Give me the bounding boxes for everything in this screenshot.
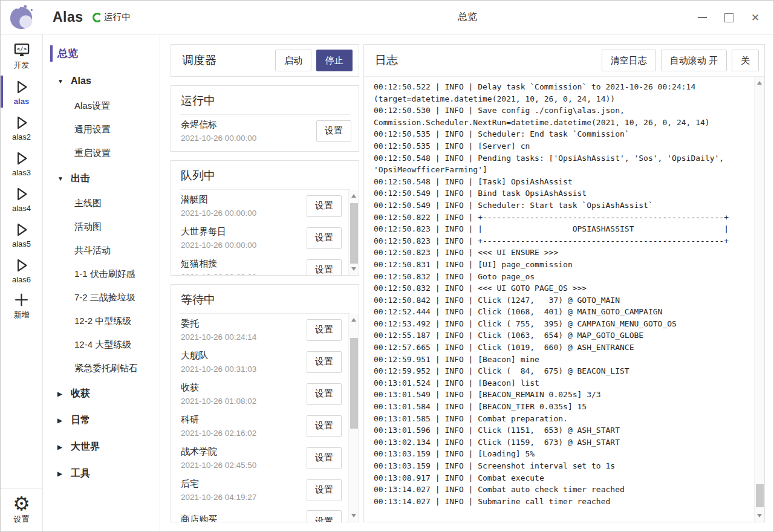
rail-item[interactable]: </> alas — [1, 74, 43, 109]
rail-item[interactable]: </> alas4 — [1, 181, 43, 216]
menu-row[interactable]: Alas设置 — [43, 94, 160, 118]
task-settings-button[interactable]: 设置 — [307, 415, 342, 437]
task-settings-button[interactable]: 设置 — [307, 383, 342, 405]
scheduler-title: 调度器 — [182, 53, 275, 68]
rail-item[interactable]: </> alas5 — [1, 216, 43, 252]
autoscroll-toggle-button[interactable]: 自动滚动 开 — [661, 50, 727, 71]
close-button[interactable]: ✕ — [742, 1, 769, 34]
task-menu-sidebar: 总览 ▼ Alas Alas设置 通用设置 — [43, 34, 160, 532]
caret-icon: ▼ — [57, 175, 71, 182]
menu-row[interactable]: 共斗活动 — [43, 239, 160, 262]
menu-row[interactable]: ▶ 日常 — [43, 407, 160, 433]
play-icon — [13, 78, 30, 96]
task-row: 战术学院 2021-10-26 02:45:50 设置 — [171, 442, 359, 474]
rail-item[interactable]: </> 开发 — [1, 38, 43, 74]
menu-row[interactable]: 12-4 大型练级 — [43, 333, 160, 357]
task-name: 商店购买 — [181, 514, 307, 522]
scroll-up-arrow-icon[interactable] — [351, 318, 356, 322]
maximize-button[interactable] — [715, 1, 742, 34]
app-name: Alas — [53, 9, 83, 25]
task-settings-button[interactable]: 设置 — [316, 120, 351, 142]
task-settings-button[interactable]: 设置 — [307, 319, 342, 341]
scrollbar-thumb[interactable] — [756, 484, 764, 507]
task-row: 科研 2021-10-26 02:16:02 设置 — [171, 410, 359, 442]
task-settings-button[interactable]: 设置 — [307, 510, 342, 522]
waiting-scrollbar[interactable] — [348, 314, 359, 522]
log-line: 00:13:01.549 | INFO | [BEACON_REMAIN 0.0… — [374, 389, 749, 401]
task-row: 短猫相接 2021-10-26 00:00:00 设置 — [171, 254, 359, 275]
menu-row[interactable]: 7-2 三战捡垃圾 — [43, 286, 160, 310]
menu-row[interactable]: 1-1 伏击刷好感 — [43, 262, 160, 286]
task-name: 后宅 — [181, 478, 307, 490]
task-next-run-time: 2021-10-26 00:00:00 — [181, 273, 307, 275]
menu-row[interactable]: 主线图 — [43, 192, 160, 215]
menu-row[interactable]: 通用设置 — [43, 118, 160, 141]
task-name: 潜艇图 — [181, 194, 307, 206]
task-settings-button[interactable]: 设置 — [307, 259, 342, 276]
menu-row[interactable]: 活动图 — [43, 215, 160, 239]
log-line: 00:12:50.822 | INFO | +-----------------… — [374, 212, 749, 224]
svg-text:</>: </> — [17, 46, 27, 52]
play-icon — [13, 221, 30, 239]
rail-item[interactable]: </> alas6 — [1, 252, 43, 288]
task-name: 余烬信标 — [181, 119, 316, 131]
log-off-button[interactable]: 关 — [732, 50, 759, 71]
rail-item[interactable]: </> alas3 — [1, 145, 43, 181]
task-settings-button[interactable]: 设置 — [307, 351, 342, 373]
scheduler-start-button[interactable]: 启动 — [275, 50, 311, 71]
log-line: 00:12:50.535 | INFO | [Server] cn — [374, 140, 749, 152]
menu-row[interactable]: 重启设置 — [43, 141, 160, 165]
log-header: 日志 清空日志 自动滚动 开 关 — [364, 45, 764, 77]
log-line: 00:12:50.535 | INFO | Scheduler: End tas… — [374, 128, 749, 140]
pending-scrollbar[interactable] — [348, 190, 359, 275]
menu-row[interactable]: ▶ 工具 — [43, 460, 160, 487]
clear-log-button[interactable]: 清空日志 — [602, 50, 656, 71]
menu-row-label: 7-2 三战捡垃圾 — [74, 292, 135, 303]
instance-rail: </> 开发 </> — [1, 34, 43, 532]
log-line: 00:13:02.134 | INFO | Click (1159, 673) … — [374, 436, 749, 449]
task-next-run-time: 2021-10-26 00:00:00 — [181, 241, 307, 250]
task-info: 战术学院 2021-10-26 02:45:50 — [181, 446, 307, 470]
task-name: 短猫相接 — [181, 258, 307, 270]
scrollbar-thumb[interactable] — [350, 203, 358, 264]
scheduler-stop-button[interactable]: 停止 — [316, 50, 353, 71]
menu-row[interactable]: ▶ 大世界 — [43, 433, 160, 460]
play-icon — [13, 256, 30, 274]
menu-row-label: 紧急委托刷钻石 — [74, 363, 138, 374]
log-line: 00:12:50.549 | INFO | Bind task OpsiAshA… — [374, 187, 749, 199]
task-settings-button[interactable]: 设置 — [307, 195, 342, 217]
rail-settings-button[interactable]: ⚙ 设置 — [1, 488, 43, 532]
pending-card: 队列中 潜艇图 2021-10-26 00:00:00 设置 — [171, 160, 359, 276]
menu-row[interactable]: ▼ Alas — [43, 68, 160, 94]
rail-item-label: alas4 — [12, 204, 31, 213]
task-settings-button[interactable]: 设置 — [307, 479, 342, 501]
caret-icon: ▶ — [57, 444, 71, 450]
task-settings-button[interactable]: 设置 — [307, 447, 342, 469]
task-settings-button[interactable]: 设置 — [307, 227, 342, 249]
task-row: 大世界每日 2021-10-26 00:00:00 设置 — [171, 222, 359, 254]
rail-item[interactable]: </> alas2 — [1, 109, 43, 145]
log-scrollbar[interactable] — [754, 77, 764, 522]
scroll-up-arrow-icon[interactable] — [757, 81, 762, 85]
menu-item-overview[interactable]: 总览 — [43, 43, 160, 64]
scroll-down-arrow-icon[interactable] — [351, 267, 356, 271]
menu-row[interactable]: 12-2 中型练级 — [43, 310, 160, 333]
menu-row[interactable]: ▼ 出击 — [43, 165, 160, 192]
task-row: 委托 2021-10-26 00:24:14 设置 — [171, 314, 359, 346]
play-icon — [13, 149, 30, 167]
scroll-up-arrow-icon[interactable] — [351, 194, 356, 198]
menu-row-label: 大世界 — [71, 441, 100, 453]
rail-item[interactable]: </> 新增 — [1, 288, 43, 323]
task-name: 大舰队 — [181, 350, 307, 362]
log-line: 00:12:50.548 | INFO | Pending tasks: ['O… — [374, 152, 749, 164]
menu-row[interactable]: 紧急委托刷钻石 — [43, 357, 160, 380]
log-line: 00:12:50.832 | INFO | <<< UI GOTO PAGE_O… — [374, 282, 749, 294]
scrollbar-thumb[interactable] — [350, 338, 358, 429]
scroll-down-arrow-icon[interactable] — [757, 514, 762, 517]
task-name: 科研 — [181, 414, 307, 426]
task-next-run-time: 2021-10-26 00:00:00 — [181, 134, 316, 143]
scroll-down-arrow-icon[interactable] — [351, 514, 356, 517]
running-title: 运行中 — [171, 86, 359, 114]
minimize-button[interactable] — [689, 1, 715, 34]
menu-row[interactable]: ▶ 收获 — [43, 380, 160, 407]
